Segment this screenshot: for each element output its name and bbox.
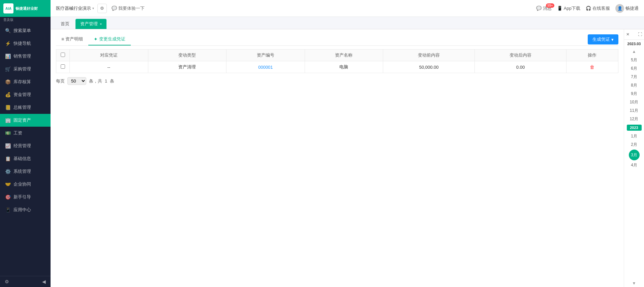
month-5[interactable]: 5月: [627, 56, 642, 64]
sidebar-item-guide[interactable]: 🎯 新手引导: [0, 191, 51, 203]
right-panel-expand-icon[interactable]: ⛶: [638, 32, 642, 37]
sub-tabs: ≡ 资产明细 ✦ 变更生成凭证: [56, 33, 131, 45]
sidebar-item-label: 新手引导: [13, 194, 31, 200]
row-asset-name: 电脑: [305, 61, 383, 73]
sidebar-item-operations[interactable]: 📈 经营管理: [0, 139, 51, 152]
tab-close-icon[interactable]: ×: [100, 22, 102, 26]
company-name: 医疗器械行业演示: [56, 5, 91, 11]
messages-badge: 99+: [546, 3, 554, 8]
row-checkbox[interactable]: [61, 64, 65, 69]
sidebar-item-label: 应用中心: [13, 207, 31, 213]
col-change-type: 变动类型: [148, 50, 226, 61]
feedback-label: 我要体验一下: [118, 5, 145, 11]
tab-home[interactable]: 首页: [56, 19, 74, 29]
sidebar-item-sales[interactable]: 📊 销售管理: [0, 50, 51, 63]
month-7[interactable]: 7月: [627, 73, 642, 81]
month-8[interactable]: 8月: [627, 81, 642, 90]
toolbar: 生成凭证 ▾: [588, 34, 618, 44]
home-tab-label: 首页: [61, 21, 69, 26]
settings-button[interactable]: ⚙: [97, 4, 107, 13]
month-11[interactable]: 11月: [627, 106, 642, 115]
sidebar-item-system[interactable]: ⚙️ 系统管理: [0, 165, 51, 178]
topbar: 医疗器械行业演示 ▾ ⚙ 💬 我要体验一下 💬 消息 99+ 📱 App下载 🎧…: [51, 0, 644, 17]
voucher-icon: ✦: [94, 36, 98, 42]
funds-icon: 💰: [5, 92, 11, 98]
month-2[interactable]: 2月: [627, 140, 642, 149]
total-count: 1: [105, 78, 107, 84]
col-action: 操作: [566, 50, 618, 61]
sidebar-item-label: 采购管理: [13, 66, 31, 72]
tab-assets-management[interactable]: 资产管理 ×: [75, 19, 106, 29]
generate-label: 生成凭证: [592, 36, 610, 42]
sidebar-item-basic[interactable]: 📋 基础信息: [0, 152, 51, 165]
inner-panel: ≡ 资产明细 ✦ 变更生成凭证 生成凭证 ▾: [51, 29, 624, 287]
sidebar-logo: AtA 畅捷通好业财: [0, 0, 51, 17]
year-2023-label: 2023: [627, 125, 642, 131]
sidebar-item-label: 基础信息: [13, 156, 31, 162]
sidebar-item-label: 工资: [13, 130, 22, 136]
row-before-content: 50,000.00: [383, 61, 475, 73]
sidebar-item-label: 经营管理: [13, 143, 31, 149]
pagination-suffix: 条: [110, 78, 114, 84]
messages-button[interactable]: 💬 消息 99+: [536, 5, 552, 11]
month-10[interactable]: 10月: [627, 98, 642, 106]
sidebar-item-purchase[interactable]: 🛒 采购管理: [0, 63, 51, 75]
main-area: 医疗器械行业演示 ▾ ⚙ 💬 我要体验一下 💬 消息 99+ 📱 App下载 🎧…: [51, 0, 644, 287]
select-all-checkbox[interactable]: [61, 53, 65, 57]
col-voucher: 对应凭证: [70, 50, 148, 61]
sidebar-item-appcenter[interactable]: 📱 应用中心: [0, 203, 51, 216]
right-panel-year: 2023.03: [624, 40, 644, 48]
basic-icon: 📋: [5, 156, 11, 162]
sidebar-item-label: 系统管理: [13, 168, 31, 174]
collab-icon: 🤝: [5, 181, 11, 187]
row-asset-no[interactable]: 000001: [226, 61, 305, 73]
payroll-icon: 💵: [5, 130, 11, 136]
topbar-right: 💬 消息 99+ 📱 App下载 🎧 在线客服 👤 畅捷通: [536, 4, 639, 13]
sub-tab-voucher[interactable]: ✦ 变更生成凭证: [88, 33, 131, 45]
collapse-button[interactable]: ◀: [42, 279, 46, 284]
search-icon: 🔍: [5, 28, 11, 34]
sidebar-item-search[interactable]: 🔍 搜索菜单: [0, 24, 51, 37]
month-12[interactable]: 12月: [627, 115, 642, 123]
feedback-button[interactable]: 💬 我要体验一下: [112, 5, 145, 11]
sidebar-item-quicknav[interactable]: ⚡ 快捷导航: [0, 37, 51, 50]
generate-voucher-button[interactable]: 生成凭证 ▾: [588, 34, 618, 44]
month-1[interactable]: 1月: [627, 132, 642, 140]
settings-button[interactable]: ⚙: [5, 279, 9, 284]
month-4[interactable]: 4月: [627, 161, 642, 169]
col-after-content: 变动后内容: [475, 50, 566, 61]
sidebar-item-collab[interactable]: 🤝 企业协同: [0, 178, 51, 191]
app-download-button[interactable]: 📱 App下载: [557, 5, 580, 11]
app-download-label: App下载: [564, 5, 580, 11]
sidebar-item-funds[interactable]: 💰 资金管理: [0, 88, 51, 101]
assetlist-icon: ≡: [61, 36, 64, 42]
messages-icon: 💬: [536, 6, 542, 11]
per-page-select[interactable]: 50 10 20 100: [67, 77, 86, 85]
sidebar-item-label: 快捷导航: [13, 40, 31, 46]
delete-icon[interactable]: 🗑: [590, 64, 594, 70]
month-nav-up[interactable]: ▲: [624, 48, 644, 55]
month-9[interactable]: 9月: [627, 90, 642, 98]
company-selector[interactable]: 医疗器械行业演示 ▾: [56, 5, 94, 11]
row-voucher: --: [70, 61, 148, 73]
pagination: 每页 50 10 20 100 条，共 1 条: [56, 73, 618, 86]
service-icon: 🎧: [586, 6, 591, 11]
sidebar-item-payroll[interactable]: 💵 工资: [0, 127, 51, 139]
system-icon: ⚙️: [5, 168, 11, 174]
month-3-active[interactable]: 3月: [629, 150, 640, 160]
user-menu[interactable]: 👤 畅捷通: [615, 4, 639, 13]
right-panel-close-icon[interactable]: ✕: [626, 32, 630, 37]
sidebar-item-label: 资金管理: [13, 92, 31, 98]
per-page-label: 每页: [56, 78, 65, 84]
sub-tab-assetlist[interactable]: ≡ 资产明细: [56, 33, 88, 45]
row-checkbox-cell: [56, 61, 70, 73]
sidebar-item-inventory[interactable]: 📦 库存核算: [0, 75, 51, 88]
company-dropdown-icon: ▾: [92, 6, 94, 10]
month-nav-down[interactable]: ▼: [624, 280, 644, 287]
sidebar-item-assets[interactable]: 🏢 固定资产: [0, 114, 51, 127]
row-after-content: 0.00: [475, 61, 566, 73]
online-service-button[interactable]: 🎧 在线客服: [586, 5, 610, 11]
sidebar-item-ledger[interactable]: 📒 总账管理: [0, 101, 51, 114]
sidebar: AtA 畅捷通好业财 普及版 🔍 搜索菜单 ⚡ 快捷导航 📊 销售管理 🛒 采购…: [0, 0, 51, 287]
month-6[interactable]: 6月: [627, 64, 642, 73]
